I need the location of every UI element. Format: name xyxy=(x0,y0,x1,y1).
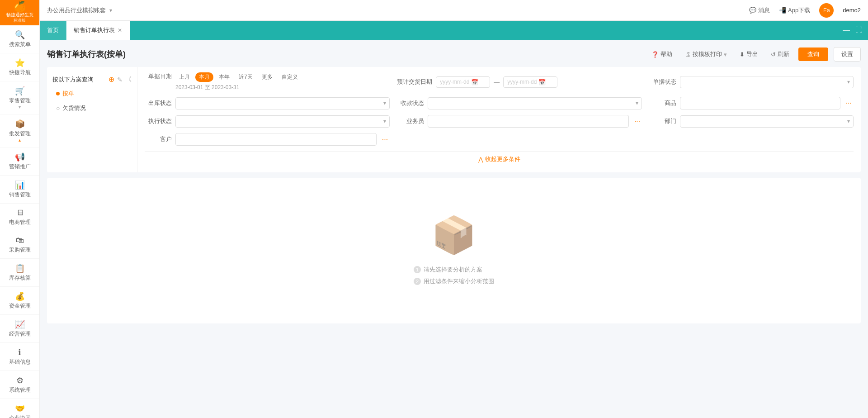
execution-status-label: 执行状态 xyxy=(145,117,172,125)
logo-sub: 标准版 xyxy=(14,18,26,24)
print-button[interactable]: 🖨 按模板打印 ▾ xyxy=(681,48,731,60)
tab-minimize-icon[interactable]: — xyxy=(843,26,850,34)
tab-home-label: 首页 xyxy=(47,26,59,34)
query-button[interactable]: 查询 xyxy=(798,48,828,61)
retail-icon: 🛒 xyxy=(2,86,38,96)
delivery-status-select[interactable] xyxy=(175,97,390,109)
refresh-button[interactable]: ↺ 刷新 xyxy=(767,48,793,60)
sidebar-item-finance[interactable]: 💰 资金管理 xyxy=(0,287,39,315)
salesperson-field: 业务员 ··· xyxy=(397,115,642,128)
content-area: 📦 1 请先选择要分析的方案 2 用过滤条件来缩小分析范围 xyxy=(47,178,861,323)
expected-date-end-input[interactable]: yyyy-mm-dd 📅 xyxy=(503,76,557,88)
date-tabs: 上月 本月 本年 近7天 更多 自定义 xyxy=(175,72,390,82)
topbar-dropdown-icon[interactable]: ▾ xyxy=(109,7,112,14)
date-tab-7days[interactable]: 近7天 xyxy=(235,72,256,82)
collapse-left-icon[interactable]: 《 xyxy=(125,76,132,84)
search-menu-icon: 🔍 xyxy=(2,30,38,40)
goods-input[interactable] xyxy=(680,97,840,109)
main-area: 办公用品行业模拟账套 ▾ 💬 消息 📲 App下载 Ea demo2 首页 销售… xyxy=(40,0,868,418)
add-scheme-icon[interactable]: ⊕ xyxy=(108,75,114,84)
sidebar-item-search-menu[interactable]: 🔍 搜索菜单 xyxy=(0,25,39,53)
sidebar-item-operations[interactable]: 📈 经营管理 xyxy=(0,315,39,343)
sidebar-item-basic[interactable]: ℹ 基础信息 xyxy=(0,343,39,371)
date-field: 单据日期 上月 本月 本年 近7天 更多 自定义 2023-03-01 至 20… xyxy=(145,72,390,91)
customer-input[interactable] xyxy=(175,133,377,146)
page-title: 销售订单执行表(按单) xyxy=(47,49,126,60)
customer-label: 客户 xyxy=(145,135,172,143)
date-tab-this-month[interactable]: 本月 xyxy=(195,72,213,82)
empty-tip-2: 用过滤条件来缩小分析范围 xyxy=(424,276,494,287)
date-label: 单据日期 xyxy=(145,72,172,81)
filter-row-1: 单据日期 上月 本月 本年 近7天 更多 自定义 2023-03-01 至 20… xyxy=(145,72,854,91)
finance-icon: 💰 xyxy=(2,291,38,301)
expected-date-start-input[interactable]: yyyy-mm-dd 📅 xyxy=(436,76,490,88)
tab-close-icon[interactable]: ✕ xyxy=(118,27,122,33)
tab-home[interactable]: 首页 xyxy=(40,21,66,40)
app-download-icon: 📲 xyxy=(779,7,786,14)
sidebar-item-inventory[interactable]: 📋 库存核算 xyxy=(0,259,39,287)
department-field: 部门 xyxy=(649,115,854,128)
app-logo: 🍊 畅捷通好生意 标准版 xyxy=(0,0,40,25)
execution-status-select[interactable] xyxy=(175,115,390,128)
filter-scheme-press-single[interactable]: 按单 xyxy=(47,86,137,101)
edit-scheme-icon[interactable]: ✎ xyxy=(117,76,123,83)
date-tab-more[interactable]: 更多 xyxy=(258,72,276,82)
sidebar-item-marketing[interactable]: 📢 营销推广 xyxy=(0,147,39,176)
sidebar-item-ecommerce[interactable]: 🖥 电商管理 xyxy=(0,204,39,231)
salesperson-more-icon[interactable]: ··· xyxy=(632,117,642,125)
order-status-select[interactable] xyxy=(680,76,854,88)
app-download-button[interactable]: 📲 App下载 xyxy=(779,6,810,14)
topbar: 办公用品行业模拟账套 ▾ 💬 消息 📲 App下载 Ea demo2 xyxy=(40,0,868,21)
date-tab-this-year[interactable]: 本年 xyxy=(215,72,233,82)
date-tab-custom[interactable]: 自定义 xyxy=(278,72,302,82)
tab-sales-order[interactable]: 销售订单执行表 ✕ xyxy=(66,21,130,40)
sidebar-item-retail-label: 零售管理 xyxy=(2,97,38,104)
empty-tips: 1 请先选择要分析的方案 2 用过滤条件来缩小分析范围 xyxy=(414,264,494,287)
collection-status-select[interactable] xyxy=(428,97,642,109)
date-separator: — xyxy=(494,79,500,86)
logo-text: 畅捷通好生意 xyxy=(6,12,33,18)
calendar-end-icon: 📅 xyxy=(538,79,546,86)
date-end-placeholder: yyyy-mm-dd xyxy=(507,79,537,85)
goods-label: 商品 xyxy=(649,99,676,107)
sidebar-item-retail[interactable]: 🛒 零售管理 ▾ xyxy=(0,81,39,114)
sidebar-item-basic-label: 基础信息 xyxy=(2,358,38,366)
filter-scheme-label: 按以下方案查询 xyxy=(52,76,94,84)
refresh-icon: ↺ xyxy=(771,51,776,58)
sidebar-item-purchase[interactable]: 🛍 采购管理 xyxy=(0,231,39,259)
export-button[interactable]: ⬇ 导出 xyxy=(736,48,762,60)
customer-more-icon[interactable]: ··· xyxy=(380,135,390,143)
execution-status-select-wrap xyxy=(175,115,390,128)
customer-field: 客户 ··· xyxy=(145,133,390,146)
empty-tip-2-row: 2 用过滤条件来缩小分析范围 xyxy=(414,276,494,287)
date-control: 上月 本月 本年 近7天 更多 自定义 2023-03-01 至 2023-03… xyxy=(175,72,390,91)
sidebar-item-quick-nav[interactable]: ⭐ 快捷导航 xyxy=(0,53,39,81)
help-button[interactable]: ❓ 帮助 xyxy=(648,48,676,60)
date-tab-last-month[interactable]: 上月 xyxy=(175,72,193,82)
tab-maximize-icon[interactable]: ⛶ xyxy=(855,26,863,34)
message-icon: 💬 xyxy=(749,7,756,14)
message-button[interactable]: 💬 消息 xyxy=(749,6,770,14)
collection-status-label: 收款状态 xyxy=(397,99,424,107)
sidebar-item-enterprise[interactable]: 🤝 企业协同 xyxy=(0,399,39,418)
purchase-icon: 🛍 xyxy=(2,236,38,245)
filter-scheme-debt[interactable]: ○ 欠货情况 xyxy=(47,101,137,115)
help-icon: ❓ xyxy=(651,51,659,58)
collapse-button[interactable]: ⋀ 收起更多条件 xyxy=(145,151,854,167)
tabbar: 首页 销售订单执行表 ✕ — ⛶ xyxy=(40,21,868,40)
user-avatar[interactable]: Ea xyxy=(819,3,834,18)
sidebar-item-system[interactable]: ⚙ 系统管理 xyxy=(0,371,39,399)
collection-status-select-wrap xyxy=(428,97,642,109)
sidebar-item-sales[interactable]: 📊 销售管理 xyxy=(0,176,39,204)
sidebar-item-finance-label: 资金管理 xyxy=(2,302,38,310)
settings-button[interactable]: 设置 xyxy=(834,47,861,62)
sidebar-item-wholesale[interactable]: 📦 批发管理 ▴ xyxy=(0,114,39,147)
export-icon: ⬇ xyxy=(740,51,745,58)
user-avatar-text: Ea xyxy=(823,7,830,14)
salesperson-input[interactable] xyxy=(428,115,629,128)
inactive-circle-icon: ○ xyxy=(56,104,60,112)
empty-tip-1: 请先选择要分析的方案 xyxy=(424,264,482,276)
goods-more-icon[interactable]: ··· xyxy=(844,99,854,107)
empty-tip-1-row: 1 请先选择要分析的方案 xyxy=(414,264,494,276)
department-select[interactable] xyxy=(680,115,854,128)
